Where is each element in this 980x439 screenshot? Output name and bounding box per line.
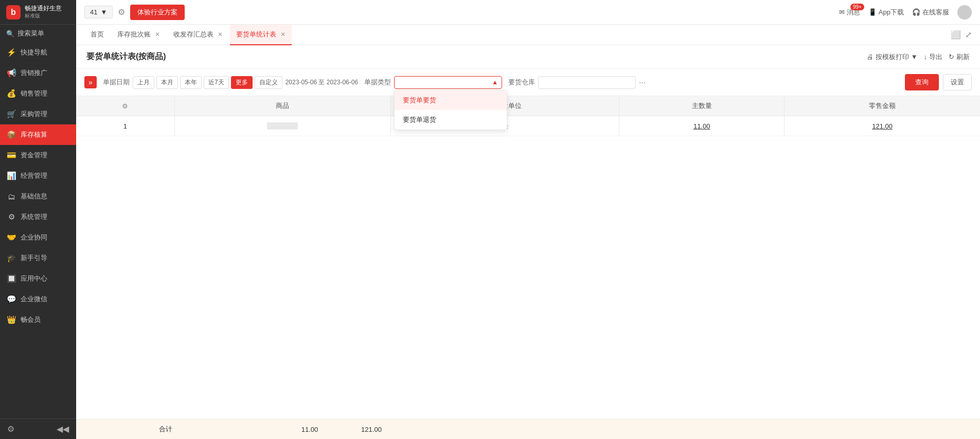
type-filter-group: 单据类型 ▲ 要货单要货 要货单退货 bbox=[364, 76, 502, 89]
sidebar-item-guide[interactable]: 🎓新手引导 bbox=[0, 248, 76, 268]
print-dropdown-icon: ▼ bbox=[911, 53, 918, 61]
period-more[interactable]: 更多 bbox=[231, 76, 253, 89]
tab-expand-icon[interactable]: ⬜ bbox=[951, 30, 961, 40]
nav-label-member: 畅会员 bbox=[21, 315, 41, 324]
tab-inventory-batch-close[interactable]: ✕ bbox=[155, 31, 160, 38]
warehouse-input[interactable] bbox=[538, 76, 636, 89]
sidebar-item-enterprise[interactable]: 🤝企业协同 bbox=[0, 227, 76, 248]
header-settings-icon[interactable]: ⚙ bbox=[118, 7, 125, 17]
period-this-month[interactable]: 本月 bbox=[156, 76, 178, 89]
nav-label-enterprise: 企业协同 bbox=[21, 233, 47, 242]
filter-actions: 查询 设置 bbox=[905, 74, 972, 90]
period-this-year[interactable]: 本年 bbox=[180, 76, 202, 89]
tab-shipment-summary-label: 收发存汇总表 bbox=[173, 30, 213, 39]
date-range-btns: 上月 本月 本年 近7天 更多 自定义 bbox=[133, 76, 282, 89]
tab-home[interactable]: 首页 bbox=[84, 25, 110, 45]
trial-button[interactable]: 体验行业方案 bbox=[130, 5, 185, 20]
date-filter-label: 单据日期 bbox=[103, 78, 130, 87]
print-action[interactable]: 🖨 按模板打印 ▼ bbox=[867, 52, 918, 62]
page-header: 要货单统计表(按商品) 🖨 按模板打印 ▼ ↓ 导出 ↻ 刷新 bbox=[76, 45, 980, 69]
sidebar-footer: ⚙ ◀◀ bbox=[0, 418, 76, 439]
tab-shipment-summary[interactable]: 收发存汇总表 ✕ bbox=[167, 25, 229, 45]
footer-settings-icon[interactable]: ⚙ bbox=[7, 424, 14, 434]
settings-button[interactable]: 设置 bbox=[943, 74, 972, 90]
message-action[interactable]: ✉ 消息 99+ bbox=[839, 8, 860, 17]
app-download-action[interactable]: 📱 App下载 bbox=[868, 8, 904, 17]
sidebar-search[interactable]: 🔍 搜索菜单 bbox=[0, 25, 76, 42]
sidebar-item-wechat[interactable]: 💬企业微信 bbox=[0, 289, 76, 309]
footer-quantity: 11.00 bbox=[279, 426, 341, 433]
footer-collapse-icon[interactable]: ◀◀ bbox=[57, 424, 69, 434]
nav-icon-operations: 📊 bbox=[6, 171, 16, 181]
sidebar-item-app-center[interactable]: 🔲应用中心 bbox=[0, 268, 76, 289]
type-dropdown-menu: 要货单要货 要货单退货 bbox=[394, 90, 507, 130]
nav-icon-guide: 🎓 bbox=[6, 253, 16, 263]
header-right: ✉ 消息 99+ 📱 App下载 🎧 在线客服 bbox=[839, 5, 972, 20]
sidebar-item-member[interactable]: 👑畅会员 bbox=[0, 309, 76, 330]
sidebar-item-finance[interactable]: 💳资金管理 bbox=[0, 145, 76, 166]
company-selector[interactable]: 41 ▼ bbox=[84, 6, 113, 19]
company-name: 41 bbox=[90, 8, 97, 16]
refresh-label: 刷新 bbox=[956, 52, 970, 62]
online-service-icon: 🎧 bbox=[912, 8, 920, 16]
refresh-action[interactable]: ↻ 刷新 bbox=[949, 52, 970, 62]
cell-product bbox=[174, 116, 390, 136]
type-filter-label: 单据类型 bbox=[364, 78, 391, 87]
sidebar-item-quick-nav[interactable]: ⚡快捷导航 bbox=[0, 42, 76, 63]
sidebar-item-basic-info[interactable]: 🗂基础信息 bbox=[0, 186, 76, 207]
refresh-icon: ↻ bbox=[949, 53, 954, 61]
table-settings-icon[interactable]: ⚙ bbox=[122, 102, 128, 110]
sidebar-item-system[interactable]: ⚙系统管理 bbox=[0, 207, 76, 227]
amount-link[interactable]: 121.00 bbox=[872, 122, 893, 130]
warehouse-filter-group: 要货仓库 ⋯ bbox=[508, 76, 646, 89]
th-quantity: 主数量 bbox=[619, 96, 785, 116]
sidebar-item-operations[interactable]: 📊经营管理 bbox=[0, 166, 76, 186]
quantity-link[interactable]: 11.00 bbox=[693, 122, 710, 130]
filter-bar: » 单据日期 上月 本月 本年 近7天 更多 自定义 2023-05-06 至 … bbox=[76, 69, 980, 96]
query-button[interactable]: 查询 bbox=[905, 74, 939, 90]
message-icon: ✉ bbox=[839, 8, 845, 16]
sidebar-item-inventory[interactable]: 📦库存核算 bbox=[0, 124, 76, 145]
type-select-input[interactable] bbox=[394, 76, 502, 89]
nav-label-purchase: 采购管理 bbox=[21, 109, 47, 119]
period-last-month[interactable]: 上月 bbox=[133, 76, 154, 89]
tab-inventory-batch[interactable]: 库存批次账 ✕ bbox=[111, 25, 166, 45]
table-body: 1 块 11.00 121.00 bbox=[76, 116, 980, 136]
cell-quantity: 11.00 bbox=[619, 116, 785, 136]
tab-shipment-summary-close[interactable]: ✕ bbox=[218, 31, 223, 38]
nav-icon-basic-info: 🗂 bbox=[6, 191, 16, 202]
online-service-action[interactable]: 🎧 在线客服 bbox=[912, 8, 949, 17]
period-custom[interactable]: 自定义 bbox=[255, 76, 282, 89]
cell-seq: 1 bbox=[76, 116, 174, 136]
th-settings[interactable]: ⚙ bbox=[76, 96, 174, 116]
table-header-row: ⚙ 商品 主计量单位 主数量 零售金额 bbox=[76, 96, 980, 116]
nav-label-basic-info: 基础信息 bbox=[21, 192, 47, 201]
header-left: 41 ▼ ⚙ 体验行业方案 bbox=[84, 5, 185, 20]
nav-label-guide: 新手引导 bbox=[21, 253, 47, 263]
page-title: 要货单统计表(按商品) bbox=[86, 51, 166, 62]
nav-icon-finance: 💳 bbox=[6, 150, 16, 160]
export-action[interactable]: ↓ 导出 bbox=[924, 52, 943, 62]
nav-icon-enterprise: 🤝 bbox=[6, 232, 16, 243]
app-download-label: App下载 bbox=[879, 8, 904, 17]
nav-icon-wechat: 💬 bbox=[6, 294, 16, 304]
nav-label-marketing: 营销推广 bbox=[21, 68, 47, 78]
period-7days[interactable]: 近7天 bbox=[204, 76, 229, 89]
filter-toggle-btn[interactable]: » bbox=[84, 76, 97, 88]
tab-requisition-stats[interactable]: 要货单统计表 ✕ bbox=[230, 25, 292, 45]
tab-home-label: 首页 bbox=[91, 30, 104, 39]
nav-label-finance: 资金管理 bbox=[21, 151, 47, 160]
type-select-arrow-icon[interactable]: ▲ bbox=[492, 79, 498, 86]
sidebar-item-sales[interactable]: 💰销售管理 bbox=[0, 83, 76, 104]
user-avatar[interactable] bbox=[957, 5, 972, 20]
type-option-requisition-return[interactable]: 要货单退货 bbox=[395, 110, 507, 130]
nav-icon-member: 👑 bbox=[6, 315, 16, 325]
sidebar-item-purchase[interactable]: 🛒采购管理 bbox=[0, 104, 76, 124]
nav-label-system: 系统管理 bbox=[21, 212, 47, 222]
export-icon: ↓ bbox=[924, 53, 928, 61]
tab-requisition-stats-close[interactable]: ✕ bbox=[280, 31, 286, 38]
type-option-requisition-order[interactable]: 要货单要货 bbox=[395, 90, 507, 110]
tab-fullscreen-icon[interactable]: ⤢ bbox=[965, 30, 972, 40]
sidebar-item-marketing[interactable]: 📢营销推广 bbox=[0, 63, 76, 83]
warehouse-more-icon[interactable]: ⋯ bbox=[639, 79, 646, 86]
